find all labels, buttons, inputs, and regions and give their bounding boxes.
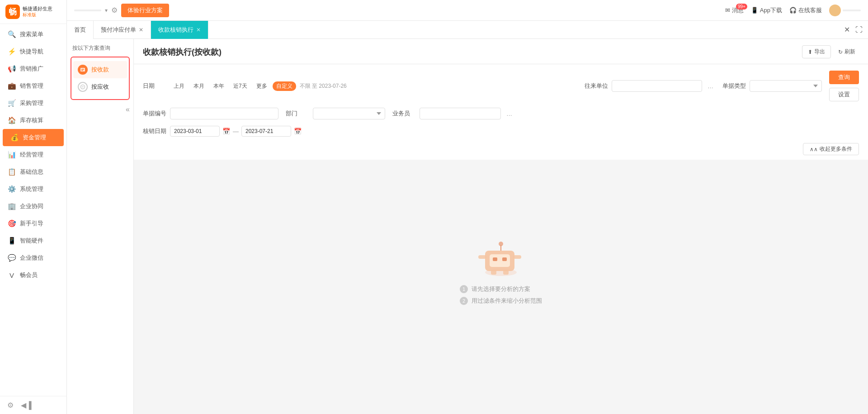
tab-receipt-close-icon[interactable]: ✕ (196, 27, 201, 33)
sidebar-item-marketing[interactable]: 📢 营销推广 (0, 60, 66, 77)
doc-type-filter-group: 单据类型 (722, 80, 822, 92)
empty-text: 1 请先选择要分析的方案 2 用过滤条件来缩小分析范围 (460, 285, 542, 305)
sidebar-item-system[interactable]: ⚙️ 系统管理 (0, 181, 66, 198)
refresh-icon: ↻ (838, 49, 843, 55)
sidebar-item-inventory[interactable]: 🏠 库存核算 (0, 112, 66, 129)
query-button[interactable]: 查询 (829, 71, 859, 84)
message-button[interactable]: ✉ 消息 99+ (725, 6, 744, 14)
left-panel-collapse-btn[interactable]: « (71, 105, 130, 114)
logo-icon: 畅 (5, 5, 20, 19)
sidebar-item-guide[interactable]: 🎯 新手引导 (0, 215, 66, 232)
tab-prepay-label: 预付冲应付单 (101, 26, 136, 34)
message-icon: ✉ (725, 7, 730, 14)
export-icon: ⬆ (808, 49, 812, 55)
main-area: ▾ ⚙ 体验行业方案 ✉ 消息 99+ 📱 App下载 🎧 在线客服 (67, 0, 868, 414)
partner-more-icon[interactable]: … (706, 81, 715, 91)
topbar-gear-icon[interactable]: ⚙ (111, 6, 118, 14)
filter-options-box: 按收款 按应收 (71, 57, 130, 100)
company-name (74, 10, 101, 11)
page-title: 收款核销执行(按收款) (143, 47, 222, 57)
collapse-sidebar-icon[interactable]: ◀▐ (21, 401, 31, 409)
staff-more-icon[interactable]: … (505, 109, 514, 119)
tabbar: 首页 预付冲应付单 ✕ 收款核销执行 ✕ ✕ ⛶ (67, 21, 868, 39)
setting-button[interactable]: 设置 (829, 88, 859, 101)
sidebar-item-wechat[interactable]: 💬 企业微信 (0, 249, 66, 266)
tab-receipt[interactable]: 收款核销执行 ✕ (151, 21, 208, 39)
dept-filter-group: 部门 (286, 108, 385, 119)
tab-home[interactable]: 首页 (67, 21, 94, 39)
partner-input[interactable] (612, 80, 702, 92)
header-actions: ⬆ 导出 ↻ 刷新 (802, 45, 859, 58)
sidebar-item-finance[interactable]: 💰 资金管理 (3, 129, 64, 146)
calendar-to-icon[interactable]: 📅 (294, 128, 302, 135)
sidebar-item-quick[interactable]: ⚡ 快捷导航 (0, 43, 66, 60)
sidebar: 畅 畅捷通好生意 标准版 🔍 搜索菜单 ⚡ 快捷导航 📢 营销推广 💼 销售管理… (0, 0, 67, 414)
sidebar-item-enterprise[interactable]: 🏢 企业协同 (0, 198, 66, 215)
date-this-year[interactable]: 本年 (210, 81, 228, 91)
marketing-icon: 📢 (7, 65, 16, 73)
settings-bottom-icon[interactable]: ⚙ (7, 401, 14, 409)
svg-rect-8 (493, 257, 497, 261)
filter-form: 日期 上月 本月 本年 近7天 更多 自定义 不限 至 (134, 64, 868, 160)
export-button[interactable]: ⬆ 导出 (802, 45, 831, 58)
calendar-from-icon[interactable]: 📅 (222, 128, 230, 135)
finance-icon: 💰 (10, 133, 19, 142)
search-icon: 🔍 (7, 30, 16, 38)
svg-rect-13 (513, 255, 521, 259)
hardware-icon: 📱 (7, 237, 16, 245)
page-header-top: 收款核销执行(按收款) ⬆ 导出 ↻ 刷新 (143, 45, 859, 58)
enterprise-icon: 🏢 (7, 202, 16, 210)
filter-actions-row: ∧∧ 收起更多条件 (134, 143, 868, 160)
system-icon: ⚙️ (7, 185, 16, 193)
date-custom[interactable]: 自定义 (273, 81, 296, 91)
date-range-picker: 2023-03-01 📅 — 2023-07-21 📅 (170, 126, 302, 137)
dept-select[interactable] (313, 108, 385, 119)
dropdown-arrow-icon[interactable]: ▾ (105, 7, 108, 14)
sidebar-item-purchase[interactable]: 🛒 采购管理 (0, 95, 66, 112)
sidebar-item-search[interactable]: 🔍 搜索菜单 (0, 26, 66, 43)
username (843, 10, 861, 11)
sidebar-item-operation[interactable]: 📊 经营管理 (0, 146, 66, 163)
date-this-month[interactable]: 本月 (190, 81, 208, 91)
maximize-icon[interactable]: ⛶ (854, 24, 864, 36)
svg-rect-12 (478, 255, 486, 259)
doc-num-filter-group: 单据编号 (143, 108, 278, 119)
vip-icon: V (7, 271, 16, 279)
sidebar-item-sales[interactable]: 💼 销售管理 (0, 77, 66, 95)
chevron-up-icon: ∧∧ (810, 146, 818, 152)
date-shortcuts: 上月 本月 本年 近7天 更多 自定义 (170, 81, 296, 91)
tab-receipt-label: 收款核销执行 (158, 26, 193, 34)
topbar-right: ✉ 消息 99+ 📱 App下载 🎧 在线客服 (725, 5, 861, 16)
filter-row-3: 核销日期 2023-03-01 📅 — 2023-07-21 📅 (143, 126, 859, 137)
filter-by-receivable[interactable]: 按应收 (73, 78, 127, 95)
sidebar-item-hardware[interactable]: 📱 智能硬件 (0, 232, 66, 249)
collapse-more-button[interactable]: ∧∧ 收起更多条件 (803, 143, 859, 155)
svg-rect-0 (80, 68, 85, 71)
doc-type-select[interactable] (750, 80, 822, 92)
date-last-month[interactable]: 上月 (170, 81, 188, 91)
filter-by-receipt[interactable]: 按收款 (73, 61, 127, 78)
query-action-group: 查询 设置 (829, 71, 859, 101)
tabbar-actions: ✕ ⛶ (842, 24, 868, 36)
app-download-button[interactable]: 📱 App下载 (751, 6, 782, 14)
online-service-button[interactable]: 🎧 在线客服 (789, 6, 822, 14)
tab-prepay[interactable]: 预付冲应付单 ✕ (94, 21, 151, 39)
sidebar-item-vip[interactable]: V 畅会员 (0, 266, 66, 284)
close-tab-icon[interactable]: ✕ (842, 24, 852, 36)
doc-num-input[interactable] (170, 108, 278, 119)
sidebar-item-basic[interactable]: 📋 基础信息 (0, 163, 66, 181)
tab-prepay-close-icon[interactable]: ✕ (139, 27, 143, 33)
date-separator: — (233, 128, 239, 135)
partner-filter-group: 往来单位 … (354, 80, 715, 92)
date-more[interactable]: 更多 (253, 81, 271, 91)
sidebar-navigation: 🔍 搜索菜单 ⚡ 快捷导航 📢 营销推广 💼 销售管理 🛒 采购管理 🏠 库存核… (0, 24, 66, 396)
staff-filter-group: 业务员 … (392, 108, 514, 119)
staff-input[interactable] (420, 108, 501, 119)
inventory-icon: 🏠 (7, 116, 16, 124)
refresh-button[interactable]: ↻ 刷新 (835, 45, 859, 58)
date-7days[interactable]: 近7天 (230, 81, 251, 91)
date-to-input[interactable]: 2023-07-21 (241, 126, 291, 137)
industry-button[interactable]: 体验行业方案 (121, 4, 169, 17)
filter-row-1: 日期 上月 本月 本年 近7天 更多 自定义 不限 至 (143, 71, 859, 101)
date-from-input[interactable]: 2023-03-01 (170, 126, 220, 137)
